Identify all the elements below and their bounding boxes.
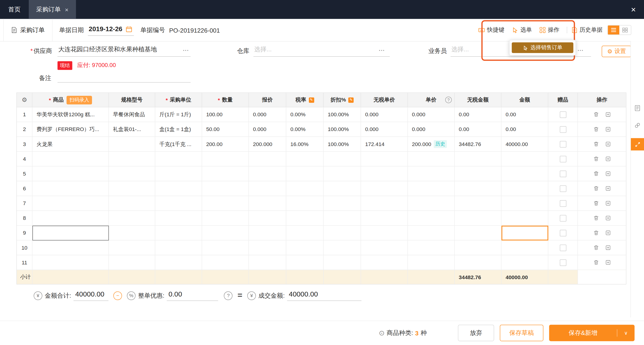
cell-no_tax_price[interactable]: 0.000 [361,107,408,122]
warehouse-picker-button[interactable]: ... [379,46,385,52]
help-icon[interactable]: ? [445,97,452,103]
cell-product[interactable]: 华美华夫软饼1200g 糕... [32,107,109,122]
cell-price[interactable]: 0.000 [408,122,455,137]
cell-spec[interactable] [109,137,155,152]
notes-panel-icon[interactable] [634,105,641,111]
cell-no_tax_amount[interactable]: 0.00 [454,122,502,137]
cell-no_tax_amount[interactable] [454,240,502,255]
add-copy-row-icon[interactable] [605,126,611,132]
add-copy-row-icon[interactable] [605,259,611,265]
cell-unit[interactable] [155,181,202,196]
window-close-icon[interactable]: × [623,0,644,19]
delete-row-icon[interactable] [593,245,599,251]
cell-tax[interactable] [286,196,324,211]
save-draft-button[interactable]: 保存草稿 [500,325,543,341]
gift-checkbox[interactable] [560,244,566,251]
history-docs-button[interactable]: 历史单据 [572,26,602,34]
cell-price[interactable] [408,166,455,181]
cell-qty[interactable] [202,152,249,166]
scan-entry-button[interactable]: 扫码录入 [66,96,92,104]
cell-qty[interactable]: 200.00 [202,137,249,152]
list-view-toggle[interactable] [608,26,620,35]
cell-no_tax_amount[interactable] [454,152,502,166]
delete-row-icon[interactable] [593,141,599,147]
cell-qty[interactable] [202,196,249,211]
cell-spec[interactable] [109,181,155,196]
cell-tax[interactable] [286,255,324,270]
delete-row-icon[interactable] [593,259,599,265]
cell-price[interactable] [408,211,455,226]
gift-checkbox[interactable] [560,141,566,147]
cell-price[interactable] [408,255,455,270]
cell-quote[interactable]: 0.000 [249,122,286,137]
supplier-input[interactable]: 大连花园口经济区景和水果种植基地 ... [58,45,190,57]
cell-quote[interactable] [249,240,286,255]
delete-row-icon[interactable] [593,185,599,191]
cell-no_tax_amount[interactable] [454,196,502,211]
warehouse-input[interactable]: 选择... ... [254,45,390,57]
cell-product[interactable] [32,226,109,240]
cell-amount[interactable] [502,255,548,270]
cell-qty[interactable] [202,211,249,226]
settings-button[interactable]: ⚙ 设置 [602,46,631,57]
cell-quote[interactable] [249,152,286,166]
add-copy-row-icon[interactable] [605,141,611,147]
cell-discount[interactable] [324,211,361,226]
cell-spec[interactable] [109,152,155,166]
cell-spec[interactable] [109,226,155,240]
gift-checkbox[interactable] [560,111,566,118]
cell-no_tax_price[interactable] [361,211,408,226]
select-sales-order-button[interactable]: 选择销售订单 [512,43,573,53]
salesman-picker-button[interactable]: ... [578,46,584,52]
delete-row-icon[interactable] [593,230,599,236]
cell-amount[interactable] [502,240,548,255]
cell-product[interactable] [32,152,109,166]
cell-qty[interactable] [202,181,249,196]
cell-spec[interactable]: 早餐休闲食品 [109,107,155,122]
cell-amount[interactable] [502,152,548,166]
cell-price[interactable] [408,226,455,240]
gift-checkbox[interactable] [560,185,566,192]
cell-discount[interactable]: 100.00% [324,107,361,122]
cell-no_tax_price[interactable] [361,152,408,166]
delete-row-icon[interactable] [593,156,599,162]
cell-qty[interactable] [202,240,249,255]
calendar-icon[interactable] [126,26,132,32]
cell-unit[interactable] [155,240,202,255]
cell-spec[interactable] [109,255,155,270]
cell-product[interactable] [32,211,109,226]
gift-checkbox[interactable] [560,156,566,162]
add-copy-row-icon[interactable] [605,111,611,117]
doc-subtab-purchase-order[interactable]: 采购订单 [3,19,52,41]
cell-spec[interactable]: 礼盒装01-... [109,122,155,137]
batch-edit-icon[interactable]: ✎ [309,97,314,103]
cell-unit[interactable]: 斤(1斤 = 1斤) [155,107,202,122]
cell-discount[interactable] [324,255,361,270]
cell-quote[interactable] [249,226,286,240]
cell-amount[interactable] [502,166,548,181]
cell-no_tax_amount[interactable] [454,255,502,270]
cell-tax[interactable] [286,181,324,196]
cell-tax[interactable]: 0.00% [286,107,324,122]
order-discount-input[interactable]: 0.00 [167,290,218,301]
add-copy-row-icon[interactable] [605,215,611,221]
cell-amount[interactable]: 0.00 [502,107,548,122]
cell-quote[interactable]: 200.000 [249,137,286,152]
gift-checkbox[interactable] [560,215,566,221]
add-copy-row-icon[interactable] [605,245,611,251]
cell-product[interactable]: 费列罗（FERRERO）巧... [32,122,109,137]
cell-no_tax_price[interactable] [361,240,408,255]
cell-quote[interactable] [249,166,286,181]
delete-row-icon[interactable] [593,171,599,177]
cell-qty[interactable]: 50.00 [202,122,249,137]
operations-button[interactable]: 操作 [539,26,560,34]
abandon-button[interactable]: 放弃 [458,325,494,341]
cell-spec[interactable] [109,211,155,226]
cell-price[interactable] [408,196,455,211]
cell-no_tax_amount[interactable]: 34482.76 [454,137,502,152]
cell-product[interactable] [32,255,109,270]
cell-no_tax_price[interactable] [361,255,408,270]
cell-no_tax_price[interactable] [361,181,408,196]
cell-discount[interactable]: 100.00% [324,122,361,137]
cell-tax[interactable] [286,240,324,255]
